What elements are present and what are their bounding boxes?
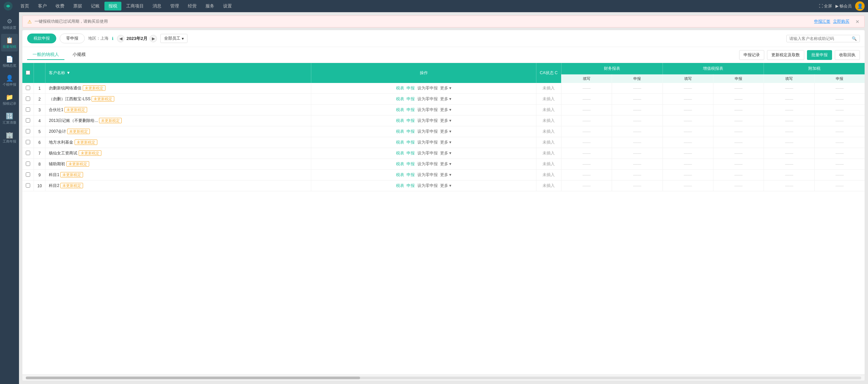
bottom-scrollbar[interactable] [22,375,865,381]
row-checkbox[interactable] [22,170,34,180]
op-tax-table[interactable]: 税表 [396,86,404,90]
nav-manage[interactable]: 管理 [166,2,183,10]
banner-link-buy[interactable]: 立即购买 [833,19,849,24]
op-tax-table[interactable]: 税表 [396,107,404,112]
op-more[interactable]: 更多 ▾ [440,162,451,166]
sidebar-item-batch-tax[interactable]: 📋 批量报税 [1,34,18,51]
avatar[interactable]: 👤 [855,1,865,11]
nav-tax[interactable]: 报税 [104,2,121,10]
row-checkbox[interactable] [22,126,34,137]
member-button[interactable]: ▶ 畅会员 [835,3,852,9]
op-declare[interactable]: 申报 [407,129,415,134]
op-set-zero[interactable]: 设为零申报 [417,129,438,134]
op-tax-table[interactable]: 税表 [396,172,404,177]
update-tax-button[interactable]: 更新税定及取数 [767,50,804,60]
op-declare[interactable]: 申报 [407,86,415,90]
row-select-checkbox[interactable] [26,118,30,123]
nav-home[interactable]: 首页 [16,2,33,10]
next-month-button[interactable]: ▶ [150,35,157,42]
op-more[interactable]: 更多 ▾ [440,97,451,101]
op-tax-table[interactable]: 税表 [396,140,404,145]
row-checkbox[interactable] [22,159,34,170]
row-checkbox[interactable] [22,137,34,148]
nav-service[interactable]: 服务 [201,2,218,10]
nav-business[interactable]: 工商项目 [122,2,148,10]
op-more[interactable]: 更多 ▾ [440,107,451,112]
tab-small-scale[interactable]: 小规模 [67,50,91,60]
op-tax-table[interactable]: 税表 [396,183,404,188]
sidebar-item-business-annual[interactable]: 🏢 工商年报 [1,129,18,146]
op-set-zero[interactable]: 设为零申报 [417,151,438,155]
fullscreen-button[interactable]: ⛶ 全屏 [819,3,832,9]
search-icon[interactable]: 🔍 [852,36,857,41]
nav-billing[interactable]: 收费 [52,2,68,10]
search-input[interactable] [789,36,850,41]
op-declare[interactable]: 申报 [407,97,415,101]
op-declare[interactable]: 申报 [407,107,415,112]
row-checkbox[interactable] [22,83,34,94]
prev-month-button[interactable]: ◀ [117,35,124,42]
row-select-checkbox[interactable] [26,183,30,188]
select-all-checkbox[interactable] [26,70,30,75]
row-checkbox[interactable] [22,115,34,126]
collect-receipt-button[interactable]: 收取回执 [835,50,860,60]
op-more[interactable]: 更多 ▾ [440,151,451,155]
row-select-checkbox[interactable] [26,129,30,133]
sidebar-item-tax-records[interactable]: 📁 报税记录 [1,91,18,108]
sidebar-item-annual-settlement[interactable]: 🔢 汇算清缴 [1,110,18,127]
banner-link-report[interactable]: 申报汇签 [814,19,830,24]
nav-settings[interactable]: 设置 [219,2,236,10]
op-set-zero[interactable]: 设为零申报 [417,86,438,90]
row-select-checkbox[interactable] [26,172,30,177]
nav-client[interactable]: 客户 [34,2,51,10]
row-select-checkbox[interactable] [26,97,30,101]
op-set-zero[interactable]: 设为零申报 [417,140,438,145]
declaration-record-button[interactable]: 申报记录 [739,50,764,60]
sidebar-item-tax-overview[interactable]: 📄 报税总览 [1,53,18,70]
op-declare[interactable]: 申报 [407,118,415,123]
nav-bookkeeping[interactable]: 记账 [87,2,104,10]
row-checkbox[interactable] [22,180,34,191]
op-tax-table[interactable]: 税表 [396,151,404,155]
tab-general-taxpayer[interactable]: 一般的纳税人 [27,50,64,60]
op-set-zero[interactable]: 设为零申报 [417,183,438,188]
op-tax-table[interactable]: 税表 [396,118,404,123]
nav-message[interactable]: 消息 [149,2,165,10]
row-checkbox[interactable] [22,105,34,115]
op-set-zero[interactable]: 设为零申报 [417,172,438,177]
op-more[interactable]: 更多 ▾ [440,129,451,134]
row-checkbox[interactable] [22,94,34,105]
op-declare[interactable]: 申报 [407,172,415,177]
row-select-checkbox[interactable] [26,151,30,155]
nav-invoice[interactable]: 票据 [69,2,86,10]
tab-zero-declaration[interactable]: 零申报 [60,34,85,43]
op-more[interactable]: 更多 ▾ [440,140,451,145]
nav-operation[interactable]: 经营 [184,2,201,10]
row-select-checkbox[interactable] [26,140,30,144]
batch-declare-button[interactable]: 批量申报 [807,50,832,60]
op-declare[interactable]: 申报 [407,151,415,155]
row-select-checkbox[interactable] [26,107,30,112]
staff-filter-select[interactable]: 全部员工 ▾ [160,34,188,43]
op-tax-table[interactable]: 税表 [396,97,404,101]
op-tax-table[interactable]: 税表 [396,162,404,166]
sidebar-item-tax-settings[interactable]: ⚙ 报税设置 [1,15,18,33]
op-more[interactable]: 更多 ▾ [440,183,451,188]
op-more[interactable]: 更多 ▾ [440,118,451,123]
row-select-checkbox[interactable] [26,162,30,166]
op-more[interactable]: 更多 ▾ [440,86,451,90]
op-set-zero[interactable]: 设为零申报 [417,118,438,123]
sidebar-item-personal-tax[interactable]: 👤 个税申报 [1,72,18,89]
banner-close-button[interactable]: ✕ [855,19,860,24]
op-declare[interactable]: 申报 [407,162,415,166]
op-declare[interactable]: 申报 [407,183,415,188]
tab-tax-declaration[interactable]: 税款申报 [27,34,56,43]
op-set-zero[interactable]: 设为零申报 [417,162,438,166]
op-set-zero[interactable]: 设为零申报 [417,97,438,101]
op-declare[interactable]: 申报 [407,140,415,145]
row-checkbox[interactable] [22,148,34,159]
op-tax-table[interactable]: 税表 [396,129,404,134]
op-more[interactable]: 更多 ▾ [440,172,451,177]
op-set-zero[interactable]: 设为零申报 [417,107,438,112]
row-select-checkbox[interactable] [26,86,30,90]
